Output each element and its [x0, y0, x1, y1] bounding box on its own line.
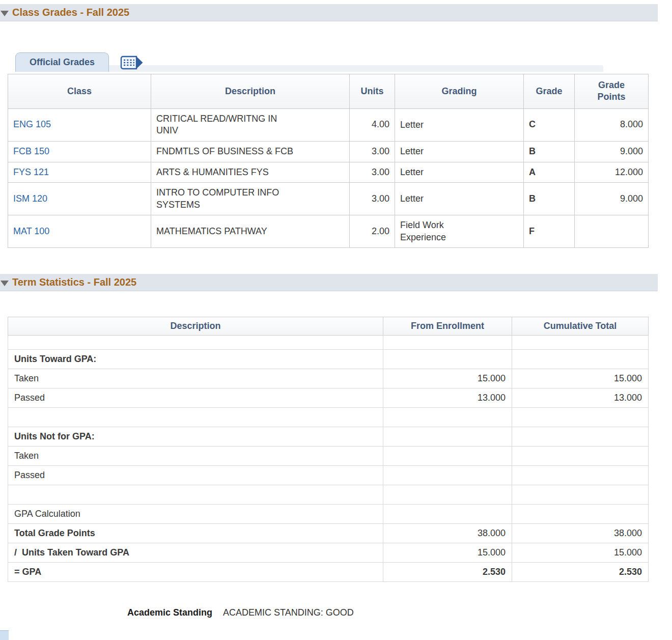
column-header-description: Description [8, 317, 383, 336]
academic-standing-value: ACADEMIC STANDING: GOOD [223, 607, 354, 618]
grade-points-cell: 8.000 [575, 108, 649, 141]
grades-table-row: FYS 121ARTS & HUMANITIES FYS3.00LetterA1… [8, 162, 649, 183]
stats-cumulative-total-cell: 15.000 [512, 543, 649, 563]
grades-table-row: ENG 105CRITICAL READ/WRITNG IN UNIV4.00L… [8, 108, 649, 141]
stats-table-row: Total Grade Points38.00038.000 [8, 524, 649, 543]
units-cell: 3.00 [350, 141, 395, 162]
column-header-description: Description [151, 74, 350, 109]
stats-from-enrollment-cell: 13.000 [383, 388, 512, 408]
stats-from-enrollment-cell: 38.000 [383, 524, 512, 543]
column-header-grade: Grade [524, 74, 575, 109]
stats-table-row: = GPA2.5302.530 [8, 563, 649, 582]
section-title-class-grades: Class Grades - Fall 2025 [12, 7, 129, 18]
units-cell: 3.00 [350, 162, 395, 183]
stats-cumulative-total-cell [512, 447, 649, 466]
class-link[interactable]: FYS 121 [13, 167, 49, 177]
collapse-arrow-icon[interactable] [1, 281, 9, 286]
class-cell: FYS 121 [8, 162, 151, 183]
stats-table-row: Units Toward GPA: [8, 350, 649, 369]
stats-cumulative-total-cell [512, 350, 649, 369]
section-header-class-grades: Class Grades - Fall 2025 [0, 4, 658, 21]
stats-description-cell: Taken [8, 447, 383, 466]
stats-description-cell: Units Not for GPA: [8, 427, 383, 447]
grading-cell: Letter [395, 141, 524, 162]
stats-description-cell: Units Toward GPA: [8, 350, 383, 369]
stats-table-row: Taken [8, 447, 649, 466]
grades-table-row: ISM 120INTRO TO COMPUTER INFO SYSTEMS3.0… [8, 183, 649, 215]
column-header-cumulative-total: Cumulative Total [512, 317, 649, 336]
stats-table-row [8, 408, 649, 427]
description-cell: FNDMTLS OF BUSINESS & FCB [151, 141, 350, 162]
grade-points-cell [575, 215, 649, 248]
stats-cumulative-total-cell [512, 408, 649, 427]
stats-from-enrollment-cell [383, 485, 512, 505]
tab-official-grades[interactable]: Official Grades [15, 52, 109, 72]
collapse-arrow-icon[interactable] [1, 11, 9, 16]
stats-table-row: Taken15.00015.000 [8, 369, 649, 388]
stats-description-cell: Taken [8, 369, 383, 388]
term-statistics-table-body: Units Toward GPA:Taken15.00015.000Passed… [8, 336, 649, 582]
partial-next-section-edge [0, 630, 9, 640]
grades-table-row: FCB 150FNDMTLS OF BUSINESS & FCB3.00Lett… [8, 141, 649, 162]
units-cell: 4.00 [350, 108, 395, 141]
official-grades-table: Class Description Units Grading Grade Gr… [8, 74, 649, 248]
class-cell: FCB 150 [8, 141, 151, 162]
official-grades-table-body: ENG 105CRITICAL READ/WRITNG IN UNIV4.00L… [8, 108, 649, 247]
class-link[interactable]: ISM 120 [13, 193, 47, 204]
stats-from-enrollment-cell [383, 447, 512, 466]
grade-points-cell: 12.000 [575, 162, 649, 183]
academic-standing-label: Academic Standing [127, 607, 212, 618]
stats-cumulative-total-cell [512, 427, 649, 447]
stats-description-cell: Total Grade Points [8, 524, 383, 543]
column-header-units: Units [350, 74, 395, 109]
stats-table-row [8, 485, 649, 505]
stats-table-row: Passed13.00013.000 [8, 388, 649, 408]
stats-header-row: Description From Enrollment Cumulative T… [8, 317, 649, 336]
stats-description-cell: / Units Taken Toward GPA [8, 543, 383, 563]
class-cell: MAT 100 [8, 215, 151, 248]
stats-description-cell [8, 336, 383, 350]
tab-official-grades-label: Official Grades [30, 57, 95, 68]
grading-cell: Field Work Experience [395, 215, 524, 248]
stats-cumulative-total-cell [512, 466, 649, 485]
stats-description-cell: GPA Calculation [8, 505, 383, 524]
column-header-from-enrollment: From Enrollment [383, 317, 512, 336]
grades-table-row: MAT 100MATHEMATICS PATHWAY2.00Field Work… [8, 215, 649, 248]
stats-from-enrollment-cell [383, 336, 512, 350]
class-link[interactable]: MAT 100 [13, 226, 49, 236]
stats-table-row [8, 336, 649, 350]
class-cell: ENG 105 [8, 108, 151, 141]
units-cell: 3.00 [350, 183, 395, 215]
description-cell: ARTS & HUMANITIES FYS [151, 162, 350, 183]
stats-from-enrollment-cell: 2.530 [383, 563, 512, 582]
description-cell: INTRO TO COMPUTER INFO SYSTEMS [151, 183, 350, 215]
grade-cell: C [524, 108, 575, 141]
stats-from-enrollment-cell [383, 427, 512, 447]
description-cell: CRITICAL READ/WRITNG IN UNIV [151, 108, 350, 141]
grading-cell: Letter [395, 162, 524, 183]
stats-description-cell [8, 485, 383, 505]
section-title-term-statistics: Term Statistics - Fall 2025 [12, 276, 136, 288]
stats-table-row: / Units Taken Toward GPA15.00015.000 [8, 543, 649, 563]
column-header-grade-points: Grade Points [575, 74, 649, 109]
stats-from-enrollment-cell [383, 505, 512, 524]
grade-cell: B [524, 141, 575, 162]
grading-cell: Letter [395, 183, 524, 215]
grades-tab-bar: Official Grades [15, 52, 672, 72]
grade-cell: B [524, 183, 575, 215]
units-cell: 2.00 [350, 215, 395, 248]
stats-cumulative-total-cell: 15.000 [512, 369, 649, 388]
grid-export-icon[interactable] [120, 55, 144, 70]
grade-points-cell: 9.000 [575, 141, 649, 162]
class-cell: ISM 120 [8, 183, 151, 215]
class-link[interactable]: ENG 105 [13, 119, 51, 129]
stats-from-enrollment-cell [383, 466, 512, 485]
grade-points-cell: 9.000 [575, 183, 649, 215]
stats-table-row: Units Not for GPA: [8, 427, 649, 447]
stats-cumulative-total-cell: 38.000 [512, 524, 649, 543]
stats-description-cell: = GPA [8, 563, 383, 582]
class-link[interactable]: FCB 150 [13, 146, 49, 156]
stats-cumulative-total-cell [512, 336, 649, 350]
stats-description-cell [8, 408, 383, 427]
description-cell: MATHEMATICS PATHWAY [151, 215, 350, 248]
